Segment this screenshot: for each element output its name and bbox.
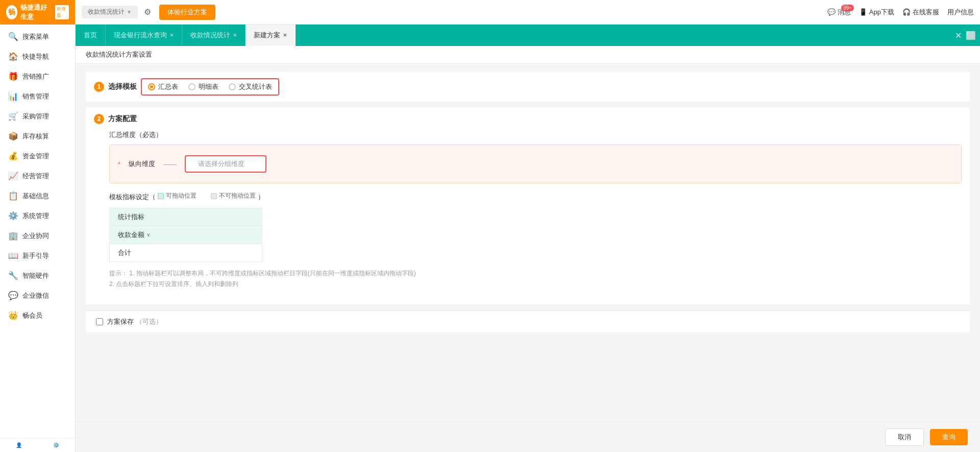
row-label: 纵向维度 [129, 159, 155, 169]
sidebar-item-finance[interactable]: 💰 资金管理 [0, 146, 75, 166]
app-download-label: App下载 [869, 8, 894, 17]
draggable-legend: 可拖动位置 [158, 192, 197, 200]
metrics-dropdown-arrow-icon: ∨ [146, 232, 150, 237]
sidebar-item-label: 快捷导航 [22, 52, 49, 61]
clipboard-icon: 📋 [8, 191, 18, 201]
metrics-table-row[interactable]: 收款金额 ∨ [110, 226, 262, 244]
trending-icon: 📈 [8, 171, 18, 181]
template-option-detail[interactable]: 明细表 [188, 82, 218, 91]
online-service-btn[interactable]: 🎧 在线客服 [902, 8, 939, 17]
template-cross-label: 交叉统计表 [239, 82, 272, 91]
metrics-section: 模板指标设定（ 可拖动位置 不可拖动位置 ） [109, 192, 962, 262]
tab-home[interactable]: 首页 [76, 25, 106, 46]
logo-icon: 畅 [6, 5, 17, 19]
sidebar-item-smart-hw[interactable]: 🔧 智能硬件 [0, 266, 75, 286]
building-icon: 🏢 [8, 231, 18, 241]
tab-bank-flow-label: 现金银行流水查询 [114, 31, 167, 40]
dimension-arrow-icon: —— [163, 160, 177, 168]
metric-name: 收款金额 [118, 230, 144, 240]
metrics-dropdown[interactable]: 收款金额 ∨ [118, 230, 150, 240]
messages-btn[interactable]: 💬 消息 99+ [827, 8, 851, 17]
sidebar-item-guide[interactable]: 📖 新手引导 [0, 246, 75, 266]
dimension-area: * 纵向维度 —— 请选择分组维度 [109, 145, 962, 183]
sidebar-item-wechat[interactable]: 💬 企业微信 [0, 286, 75, 305]
tab-receipt-stat-label: 收款情况统计 [190, 31, 230, 40]
step1-section: 1 选择模板 汇总表 明细表 [86, 72, 970, 102]
gear-settings-icon[interactable]: ⚙ [144, 7, 151, 17]
content-area: 收款情况统计方案设置 1 选择模板 汇总表 [76, 46, 980, 422]
tab-bank-flow[interactable]: 现金银行流水查询 × [106, 25, 182, 46]
step2-label: 方案配置 [108, 114, 137, 124]
sidebar-item-label: 经营管理 [22, 172, 49, 181]
crown-icon: 👑 [8, 311, 18, 320]
logo-text: 畅捷通好生意 [20, 3, 51, 21]
template-option-summary[interactable]: 汇总表 [148, 82, 178, 91]
app-icon: 📱 [859, 8, 867, 16]
tab-maximize-icon[interactable]: ⬜ [966, 31, 976, 40]
user-info-text: 用户信息 [947, 8, 974, 17]
sidebar-item-member[interactable]: 👑 畅会员 [0, 305, 75, 325]
query-button[interactable]: 查询 [930, 429, 968, 445]
metrics-title: 模板指标设定（ 可拖动位置 不可拖动位置 ） [109, 192, 264, 202]
not-draggable-label: 不可拖动位置 [219, 192, 256, 200]
tab-new-plan-close-icon[interactable]: × [283, 32, 287, 39]
required-mark: * [118, 160, 120, 168]
breadcrumb-text: 收款情况统计 [88, 8, 125, 16]
sidebar-item-label: 基础信息 [22, 192, 49, 201]
money-icon: 💰 [8, 151, 18, 161]
sidebar-item-enterprise[interactable]: 🏢 企业协同 [0, 226, 75, 246]
sidebar-item-quick-nav[interactable]: 🏠 快捷导航 [0, 46, 75, 66]
radio-cross [229, 83, 236, 90]
save-checkbox[interactable] [96, 318, 103, 325]
tab-new-plan[interactable]: 新建方案 × [246, 25, 296, 46]
radio-dot-summary [150, 85, 153, 88]
sidebar-item-sales[interactable]: 📊 销售管理 [0, 86, 75, 106]
sidebar-item-search-menu[interactable]: 🔍 搜索菜单 [0, 27, 75, 46]
sidebar-item-label: 企业微信 [22, 291, 49, 300]
sidebar-bottom-user[interactable]: 👤 [16, 442, 22, 448]
tab-receipt-stat-close-icon[interactable]: × [233, 32, 237, 39]
sidebar-item-marketing[interactable]: 🎁 营销推广 [0, 66, 75, 86]
not-draggable-dot [211, 193, 217, 199]
cancel-button[interactable]: 取消 [885, 429, 924, 446]
metrics-title-text: 模板指标设定（ [109, 193, 156, 201]
sidebar-item-purchase[interactable]: 🛒 采购管理 [0, 106, 75, 126]
sidebar-item-basic-info[interactable]: 📋 基础信息 [0, 186, 75, 206]
sidebar-item-operation[interactable]: 📈 经营管理 [0, 166, 75, 186]
sidebar-item-label: 新手引导 [22, 251, 49, 260]
sidebar-logo: 畅 畅捷通好生意 标准版 [0, 0, 75, 25]
logo-badge: 标准版 [55, 5, 69, 19]
radio-summary [148, 83, 155, 90]
template-option-cross[interactable]: 交叉统计表 [229, 82, 272, 91]
tab-close-all-icon[interactable]: ✕ [955, 31, 962, 40]
sidebar-bottom-settings[interactable]: ⚙️ [53, 442, 59, 448]
app-download-btn[interactable]: 📱 App下载 [859, 8, 894, 17]
tool-icon: 🔧 [8, 271, 18, 280]
sidebar-item-label: 企业协同 [22, 231, 49, 241]
cart-icon: 🛒 [8, 111, 18, 121]
message-badge: 99+ [841, 5, 854, 11]
form-area: 1 选择模板 汇总表 明细表 [76, 64, 980, 422]
online-service-label: 在线客服 [913, 8, 939, 17]
trial-btn[interactable]: 体验行业方案 [159, 5, 215, 20]
header-right: 💬 消息 99+ 📱 App下载 🎧 在线客服 用户信息 [827, 8, 974, 17]
home-icon: 🏠 [8, 52, 18, 61]
tab-receipt-stat[interactable]: 收款情况统计 × [182, 25, 246, 46]
template-detail-label: 明细表 [199, 82, 218, 91]
sidebar-item-system[interactable]: ⚙️ 系统管理 [0, 206, 75, 226]
tab-home-label: 首页 [84, 31, 97, 40]
page-title-bar: 收款情况统计方案设置 [76, 46, 980, 64]
save-label-text: 方案保存 [107, 318, 134, 325]
chat-icon: 💬 [8, 291, 18, 300]
dimension-placeholder: 请选择分组维度 [198, 160, 244, 168]
sidebar-item-inventory[interactable]: 📦 库存核算 [0, 126, 75, 146]
dimension-selector[interactable]: 请选择分组维度 [185, 155, 266, 173]
main-area: 收款情况统计 ▼ ⚙ 体验行业方案 💬 消息 99+ 📱 App下载 🎧 在线客… [76, 0, 980, 452]
tab-bar: 首页 现金银行流水查询 × 收款情况统计 × 新建方案 × ✕ ⬜ [76, 25, 980, 46]
user-info-btn[interactable]: 用户信息 [947, 8, 974, 17]
plan-config: 汇总维度（必选） * 纵向维度 —— 请选择分组维度 [86, 130, 970, 304]
tab-bank-flow-close-icon[interactable]: × [170, 32, 174, 39]
sidebar-item-label: 营销推广 [22, 72, 49, 81]
radio-detail [188, 83, 195, 90]
search-menu-icon: 🔍 [8, 32, 18, 41]
